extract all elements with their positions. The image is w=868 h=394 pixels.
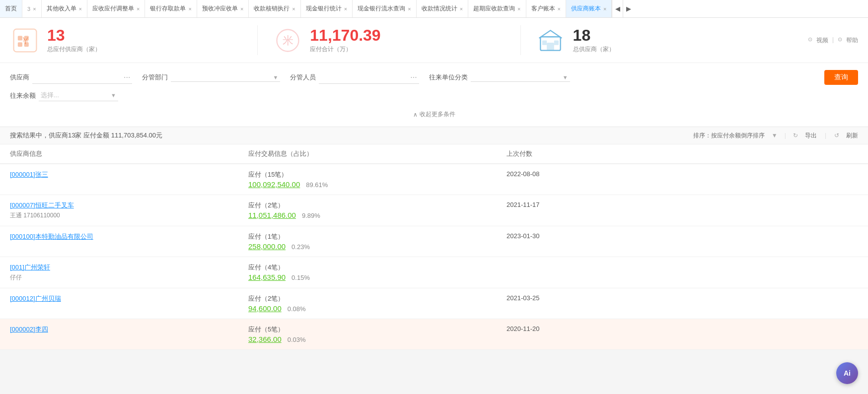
supplier-name-row2[interactable]: [000007]恒旺二手叉车 — [10, 201, 248, 210]
video-link[interactable]: 视频 — [816, 36, 828, 45]
supplier-name-row3[interactable]: [000100]本特勤油品有限公司 — [10, 232, 248, 241]
supplier-sub-row4: 仔仔 — [10, 273, 248, 282]
trans-amount-row3[interactable]: 258,000.00 — [248, 242, 286, 251]
supplier-filter-label: 供应商 — [10, 73, 29, 82]
trans-amount-row6[interactable]: 32,366.00 — [248, 335, 282, 343]
export-button[interactable]: 导出 — [805, 131, 817, 140]
person-filter-label: 分管人员 — [290, 73, 316, 82]
nav-tab-ar-ap-adjust[interactable]: 应收应付调整单 × — [87, 0, 145, 18]
category-filter-label: 往来单位分类 — [429, 73, 468, 82]
table-row: [000002]李四 应付（5笔） 32,366.00 0.03% 2020-1… — [0, 319, 868, 350]
trans-label-row6: 应付（5笔） — [248, 325, 506, 334]
svg-rect-9 — [547, 43, 554, 51]
svg-rect-2 — [17, 36, 22, 40]
filter-person: 分管人员 ··· — [290, 71, 419, 84]
nav-tab-customer-ledger[interactable]: 客户账本 × — [526, 0, 566, 18]
help-link[interactable]: 帮助 — [846, 36, 858, 45]
nav-tab-receipt-stat[interactable]: 收款情况统计 × — [417, 0, 468, 18]
dept-select-wrapper[interactable]: ▼ — [171, 73, 280, 82]
svg-rect-11 — [554, 40, 559, 45]
col-header-supplier: 供应商信息 — [10, 149, 248, 158]
main-table: 供应商信息 应付交易信息（占比） 上次付数 [000001]张三 应付（15笔）… — [0, 144, 868, 350]
svg-text:米: 米 — [282, 34, 293, 46]
dept-chevron-icon: ▼ — [273, 74, 278, 80]
supplier-name-row1[interactable]: [000001]张三 — [10, 170, 248, 179]
close-tab-ar-ap-adjust[interactable]: × — [137, 6, 140, 12]
nav-tab-overdue-ar[interactable]: 超期应收款查询 × — [468, 0, 526, 18]
close-tab-other-income[interactable]: × — [79, 6, 82, 12]
stat-card-ap-total: 米 11,170.39 应付合计（万） — [273, 25, 520, 55]
close-tab-cash-flow-query[interactable]: × — [408, 6, 411, 12]
table-header: 供应商信息 应付交易信息（占比） 上次付数 — [0, 144, 868, 164]
table-row: [000001]张三 应付（15笔） 100,092,540.00 89.61%… — [0, 164, 868, 195]
svg-rect-10 — [542, 40, 547, 45]
trans-label-row5: 应付（2笔） — [248, 294, 506, 303]
nav-tab-bank-deposit[interactable]: 银行存取款单 × — [145, 0, 197, 18]
nav-tab-home[interactable]: 首页 — [0, 0, 22, 18]
result-bar: 搜索结果中，供应商13家 应付金额 111,703,854.00元 排序：按应付… — [0, 127, 868, 144]
ap-supplier-count: 13 — [47, 27, 101, 44]
store-icon — [536, 25, 566, 55]
supplier-search-dots[interactable]: ··· — [124, 73, 130, 82]
table-row: [001]广州荣轩 仔仔 应付（4笔） 164,635.90 0.15% — [0, 257, 868, 288]
balance-select-wrapper[interactable]: 选择... ▼ — [39, 90, 118, 101]
close-tab-overdue-ar[interactable]: × — [517, 6, 520, 12]
stat-card-total-suppliers: 18 总供应商（家） — [536, 25, 783, 55]
top-right-links: ⊙ 视频 | ⊙ 帮助 — [798, 36, 858, 45]
svg-rect-3 — [17, 42, 22, 47]
nav-tab-receipt-verify[interactable]: 收款核销执行 × — [249, 0, 300, 18]
nav-arrow-right[interactable]: ▶ — [623, 0, 634, 18]
trans-label-row3: 应付（1笔） — [248, 232, 506, 241]
collapse-button[interactable]: ∧ 收起更多条件 — [413, 110, 455, 119]
close-tab-receipt-verify[interactable]: × — [292, 6, 295, 12]
table-row: [000007]恒旺二手叉车 王通 17106110000 应付（2笔） 11,… — [0, 195, 868, 226]
supplier-name-row4[interactable]: [001]广州荣轩 — [10, 263, 248, 272]
nav-arrow-left[interactable]: ◀ — [612, 0, 623, 18]
trans-pct-row6: 0.03% — [288, 336, 306, 343]
category-chevron-icon: ▼ — [563, 74, 568, 80]
trans-amount-row1[interactable]: 100,092,540.00 — [248, 180, 300, 189]
table-row: [000012]广州贝瑞 应付（2笔） 94,600.00 0.08% 2021… — [0, 288, 868, 319]
close-tab-cash-bank-stat[interactable]: × — [344, 6, 347, 12]
balance-chevron-icon: ▼ — [111, 92, 116, 98]
supplier-input[interactable] — [34, 72, 124, 82]
nav-tab-cash-bank-stat[interactable]: 现金银行统计 × — [301, 0, 353, 18]
balance-filter-label: 往来余额 — [10, 91, 36, 100]
person-input[interactable] — [321, 72, 410, 82]
person-search-dots[interactable]: ··· — [410, 73, 417, 82]
trans-amount-row5[interactable]: 94,600.00 — [248, 304, 282, 313]
nav-tab-supplier-ledger[interactable]: 供应商账本 × — [566, 0, 612, 18]
sort-chevron-icon: ▼ — [772, 132, 778, 139]
trans-pct-row1: 89.61% — [306, 181, 328, 189]
close-tab-supplier-ledger[interactable]: × — [603, 6, 606, 12]
close-tab-receipt-stat[interactable]: × — [460, 6, 463, 12]
supplier-name-row6[interactable]: [000002]李四 — [10, 325, 248, 334]
trans-amount-row2[interactable]: 11,051,486.00 — [248, 211, 296, 219]
sort-label[interactable]: 排序：按应付余额倒序排序 — [693, 131, 765, 140]
nav-tab-3[interactable]: 3 × — [22, 0, 42, 18]
refresh-button[interactable]: 刷新 — [846, 131, 858, 140]
supplier-name-row5[interactable]: [000012]广州贝瑞 — [10, 294, 248, 303]
table-row: [000100]本特勤油品有限公司 应付（1笔） 258,000.00 0.23… — [0, 226, 868, 257]
ap-total-icon: 米 — [273, 25, 302, 55]
close-tab-bank-deposit[interactable]: × — [188, 6, 191, 12]
svg-rect-4 — [24, 36, 28, 40]
filter-row-2: 往来余额 选择... ▼ — [10, 90, 858, 101]
col-header-last-pay: 上次付数 — [506, 149, 858, 158]
search-button[interactable]: 查询 — [824, 70, 858, 85]
close-tab-3[interactable]: × — [33, 6, 36, 12]
col-header-transaction: 应付交易信息（占比） — [248, 149, 506, 158]
filter-area: 供应商 ··· 分管部门 ▼ 分管人员 ··· 往来单位分类 — [0, 63, 868, 127]
collapse-chevron-icon: ∧ — [413, 111, 418, 118]
close-tab-pre-receipt[interactable]: × — [240, 6, 243, 12]
nav-tab-other-income[interactable]: 其他收入单 × — [42, 0, 87, 18]
close-tab-customer-ledger[interactable]: × — [558, 6, 561, 12]
category-select-wrapper[interactable]: ▼ — [471, 73, 570, 82]
last-pay-row2: 2021-11-17 — [506, 201, 540, 208]
filter-dept: 分管部门 ▼ — [142, 73, 280, 82]
nav-tab-cash-flow-query[interactable]: 现金银行流水查询 × — [353, 0, 416, 18]
trans-amount-row4[interactable]: 164,635.90 — [248, 273, 286, 281]
filter-supplier: 供应商 ··· — [10, 71, 132, 84]
nav-tab-pre-receipt[interactable]: 预收冲应收单 × — [197, 0, 249, 18]
stat-card-ap-suppliers: ￥ 13 总应付供应商（家） — [10, 25, 258, 55]
